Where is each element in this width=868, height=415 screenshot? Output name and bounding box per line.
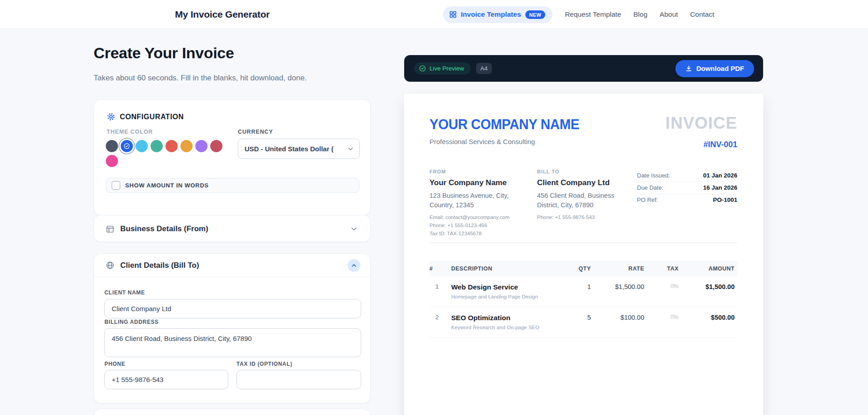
phone-input[interactable] (104, 370, 228, 389)
gear-icon (107, 112, 115, 121)
billto-label: BILL TO (537, 169, 630, 174)
site-brand: My Invoice Generator (175, 0, 270, 29)
check-circle-icon (419, 65, 426, 72)
meta-label: Due Date: (637, 184, 664, 191)
configuration-header: CONFIGURATION (107, 112, 184, 121)
col-header-rate: RATE (591, 261, 644, 276)
app-canvas: My Invoice Generator Invoice Templates N… (0, 0, 868, 415)
from-email: Email: contact@yourcompany.com (429, 214, 527, 222)
theme-color-swatch[interactable] (106, 155, 118, 167)
show-amount-in-words-toggle[interactable]: SHOW AMOUNT IN WORDS (106, 178, 359, 193)
item-description: SEO Optimization Keyword Research and On… (451, 307, 559, 337)
col-header-description: DESCRIPTION (451, 261, 559, 276)
live-preview-badge: Live Preview (414, 62, 471, 75)
chevron-down-icon[interactable] (350, 225, 358, 233)
billing-address-input[interactable]: 456 Client Road, Business District, City… (104, 328, 361, 357)
invoice-billto-block: BILL TO Client Company Ltd 456 Client Ro… (537, 169, 630, 222)
tax-id-label: TAX ID (OPTIONAL) (236, 361, 292, 367)
item-amount: $500.00 (679, 307, 737, 337)
billto-name: Client Company Ltd (537, 178, 630, 187)
globe-icon (106, 261, 114, 270)
item-subtitle: Keyword Research and On-page SEO (451, 325, 559, 330)
billto-address: 456 Client Road, Business District, City… (537, 191, 630, 210)
phone-label: PHONE (104, 361, 125, 367)
download-pdf-label: Download PDF (696, 65, 744, 72)
billto-phone: Phone: +1 555-9876-543 (537, 214, 630, 222)
item-title: SEO Optimization (451, 314, 559, 322)
theme-color-swatch[interactable] (121, 140, 133, 152)
meta-value: 01 Jan 2026 (703, 172, 737, 179)
chevron-down-icon (347, 145, 354, 152)
meta-row-date-issued: Date Issued: 01 Jan 2026 (637, 170, 737, 182)
collapse-button[interactable] (348, 259, 360, 272)
nav-contact[interactable]: Contact (690, 10, 714, 19)
meta-label: PO Ref: (637, 196, 658, 203)
invoice-doc-title: INVOICE (665, 114, 737, 133)
theme-color-swatch[interactable] (210, 140, 222, 152)
table-header-row: # DESCRIPTION QTY RATE TAX AMOUNT (429, 261, 737, 276)
item-number: 1 (429, 276, 451, 307)
from-address: 123 Business Avenue, City, Country, 1234… (429, 191, 527, 210)
download-icon (685, 65, 692, 72)
item-rate: $1,500.00 (591, 276, 644, 307)
invoice-items-table: # DESCRIPTION QTY RATE TAX AMOUNT 1 Web … (429, 261, 737, 338)
item-rate: $100.00 (591, 307, 644, 337)
invoice-number: #INV-001 (703, 140, 737, 149)
theme-color-label: THEME COLOR (107, 129, 153, 135)
meta-label: Date Issued: (637, 172, 670, 179)
preview-toolbar: Live Preview A4 Download PDF (404, 55, 763, 82)
nav-request-template[interactable]: Request Template (565, 10, 621, 19)
item-title: Web Design Service (451, 283, 559, 291)
download-pdf-button[interactable]: Download PDF (675, 60, 754, 77)
from-label: FROM (429, 169, 527, 174)
item-description: Web Design Service Homepage and Landing … (451, 276, 559, 307)
configuration-card: CONFIGURATION THEME COLOR CURRENCY USD -… (94, 99, 371, 215)
theme-color-swatches (106, 140, 232, 167)
client-details-header[interactable]: Client Details (Bill To) (94, 254, 370, 277)
currency-select[interactable]: USD - United States Dollar ( (238, 139, 360, 159)
nav-blog[interactable]: Blog (633, 10, 647, 19)
meta-value: PO-1001 (713, 196, 737, 203)
item-qty: 5 (559, 307, 591, 337)
theme-color-swatch[interactable] (151, 140, 163, 152)
col-header-amount: AMOUNT (679, 261, 737, 276)
theme-color-swatch[interactable] (195, 140, 208, 152)
invoice-company-name: YOUR COMPANY NAME (429, 117, 579, 133)
from-name: Your Company Name (429, 178, 527, 187)
invoice-from-block: FROM Your Company Name 123 Business Aven… (429, 169, 527, 238)
business-details-header[interactable]: Business Details (From) (94, 215, 370, 242)
theme-color-swatch[interactable] (165, 140, 178, 152)
col-header-tax: TAX (644, 261, 679, 276)
invoice-meta-block: Date Issued: 01 Jan 2026 Due Date: 16 Ja… (637, 170, 737, 206)
invoice-company-tagline: Professional Services & Consulting (429, 138, 535, 145)
show-amount-in-words-checkbox[interactable] (112, 181, 120, 190)
table-row: 2 SEO Optimization Keyword Research and … (429, 307, 737, 338)
main-nav: Invoice Templates NEW Request Template B… (443, 0, 714, 29)
layout-icon (106, 225, 114, 233)
from-phone: Phone: +1 555-0123-456 (429, 222, 527, 230)
from-tax: Tax ID: TAX-12345678 (429, 230, 527, 238)
divider (94, 277, 370, 277)
divider (429, 242, 737, 243)
nav-about[interactable]: About (660, 10, 678, 19)
tax-id-input[interactable] (236, 370, 361, 389)
theme-color-swatch[interactable] (136, 140, 148, 152)
item-number: 2 (429, 307, 451, 337)
configuration-title: CONFIGURATION (120, 113, 184, 121)
meta-value: 16 Jan 2026 (703, 184, 737, 191)
theme-color-swatch[interactable] (180, 140, 193, 152)
business-details-card: Business Details (From) (94, 215, 371, 242)
currency-label: CURRENCY (238, 129, 273, 135)
nav-invoice-templates-label: Invoice Templates (461, 10, 521, 19)
item-qty: 1 (559, 276, 591, 307)
next-section-card[interactable] (94, 409, 371, 415)
item-tax: 0% (644, 307, 679, 337)
top-navigation-bar: My Invoice Generator Invoice Templates N… (0, 0, 868, 29)
client-name-input[interactable] (104, 299, 361, 318)
item-tax: 0% (644, 276, 679, 307)
page-size-badge: A4 (476, 63, 492, 74)
theme-color-swatch[interactable] (106, 140, 118, 152)
nav-invoice-templates[interactable]: Invoice Templates NEW (443, 6, 552, 23)
grid-icon (449, 11, 457, 18)
client-name-label: CLIENT NAME (104, 289, 145, 296)
